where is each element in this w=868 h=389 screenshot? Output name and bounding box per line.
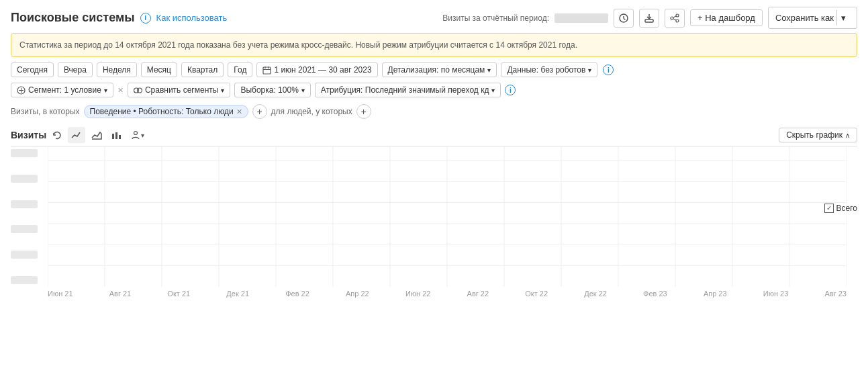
add-dashboard-button[interactable]: + На дашборд [690,9,763,26]
line-chart-icon [71,130,82,140]
legend-checkbox[interactable] [824,204,834,213]
x-axis: Июн 21 Авг 21 Окт 21 Дек 21 Фев 22 Апр 2… [48,287,847,300]
svg-point-18 [137,88,142,93]
svg-rect-3 [645,19,653,22]
x-label-9: Дек 22 [584,290,607,298]
chart-plot [48,146,847,287]
segment-chevron-icon: ▾ [104,87,107,94]
x-label-3: Дек 21 [226,290,249,298]
calendar-icon [262,66,271,75]
info-icon[interactable]: i [140,13,151,24]
detail-chevron-icon: ▾ [487,67,491,74]
header-row: Поисковые системы i Как использовать Виз… [0,0,868,33]
data-chevron-icon: ▾ [588,67,591,74]
y-label-6 [11,149,38,157]
save-dropdown-chevron[interactable]: ▾ [836,10,850,26]
filter-yesterday[interactable]: Вчера [58,62,93,77]
x-label-4: Фев 22 [285,290,309,298]
y-label-5 [11,175,38,183]
bar-chart-icon [111,130,122,140]
segment-icon [17,86,26,95]
visits-period-value [554,13,608,23]
behavior-tag-close[interactable]: ✕ [236,107,242,116]
chart-title: Визиты [11,130,46,140]
compare-chevron-icon: ▾ [221,87,224,94]
segment-button[interactable]: Сегмент: 1 условие ▾ [11,83,113,97]
attribution-info-icon[interactable]: i [505,85,516,95]
bar-chart-button[interactable] [108,127,126,143]
export-icon-btn[interactable] [639,9,659,28]
share-icon-btn[interactable] [665,9,685,28]
page-title: Поисковые системы [11,11,135,25]
filters-row: Сегодня Вчера Неделя Месяц Квартал Год 1… [0,62,868,81]
warning-box: Статистика за период до 14 октября 2021 … [11,33,857,57]
x-label-2: Окт 21 [167,290,190,298]
chart-grid [48,146,847,287]
share-icon [670,13,679,23]
visits-filter-label: Визиты, в которых [11,107,80,116]
svg-rect-21 [119,135,121,139]
segment-row: Сегмент: 1 условие ▾ ✕ Сравнить сегменты… [0,81,868,101]
chart-area: Июн 21 Авг 21 Окт 21 Дек 21 Фев 22 Апр 2… [11,146,857,300]
legend-label: Всего [836,204,857,213]
chart-type-controls: ▾ [68,127,146,143]
line-chart-button[interactable] [68,127,85,143]
date-range-button[interactable]: 1 июн 2021 — 30 авг 2023 [256,62,377,77]
y-label-3 [11,225,38,233]
sample-chevron-icon: ▾ [301,87,305,94]
clock-icon-btn[interactable] [614,9,634,28]
more-chevron-icon: ▾ [141,132,144,139]
x-label-0: Июн 21 [48,290,73,298]
filter-month[interactable]: Месяц [141,62,177,77]
svg-rect-20 [115,132,117,139]
compare-segments-button[interactable]: Сравнить сегменты ▾ [128,83,231,97]
y-label-4 [11,200,38,208]
visits-period-label: Визиты за отчётный период: [442,13,549,23]
x-label-5: Апр 22 [346,290,369,298]
how-to-use-link[interactable]: Как использовать [156,13,228,23]
area-chart-icon [91,130,102,140]
chart-header: Визиты ▾ Скрыть график ∧ [0,123,868,146]
svg-line-2 [624,18,626,19]
chart-refresh-button[interactable] [50,128,64,142]
sample-button[interactable]: Выборка: 100% ▾ [234,83,310,97]
filter-year[interactable]: Год [228,62,252,77]
svg-rect-19 [112,134,114,139]
y-label-1 [11,276,38,284]
svg-point-6 [676,19,679,22]
hide-chart-button[interactable]: Скрыть график ∧ [779,128,857,142]
header-controls: Визиты за отчётный период: + На дашборд … [442,7,857,29]
compare-icon [134,86,142,95]
area-chart-button[interactable] [88,127,105,143]
x-label-12: Июн 23 [763,290,789,298]
filter-week[interactable]: Неделя [97,62,137,77]
data-select-button[interactable]: Данные: без роботов ▾ [501,62,597,77]
behavior-tag[interactable]: Поведение • Роботность: Только люди ✕ [84,105,248,118]
svg-line-9 [673,19,676,20]
svg-rect-10 [263,67,271,74]
x-label-7: Авг 22 [467,290,489,298]
for-people-label: для людей, у которых [271,107,352,116]
x-label-6: Июн 22 [405,290,431,298]
segment-close-icon[interactable]: ✕ [117,86,124,95]
x-label-13: Авг 23 [824,290,846,298]
attribution-button[interactable]: Атрибуция: Последний значимый переход кд… [315,83,501,97]
chart-legend: Всего [824,204,857,213]
add-people-condition-button[interactable]: + [356,104,371,119]
filter-quarter[interactable]: Квартал [181,62,224,77]
data-info-icon[interactable]: i [603,64,614,75]
filter-today[interactable]: Сегодня [11,62,54,77]
attribution-chevron-icon: ▾ [491,87,495,94]
x-label-11: Апр 23 [704,290,727,298]
more-chart-button[interactable]: ▾ [128,127,146,143]
x-label-1: Авг 21 [109,290,131,298]
add-condition-button[interactable]: + [252,104,267,119]
clock-icon [619,13,628,23]
save-as-button[interactable]: Сохранить как ▾ [768,7,857,29]
detail-select-button[interactable]: Детализация: по месяцам ▾ [382,62,497,77]
person-icon [130,130,141,140]
hide-chart-chevron-icon: ∧ [845,132,850,139]
svg-point-22 [134,132,137,135]
export-icon [644,13,654,23]
y-label-2 [11,251,38,259]
